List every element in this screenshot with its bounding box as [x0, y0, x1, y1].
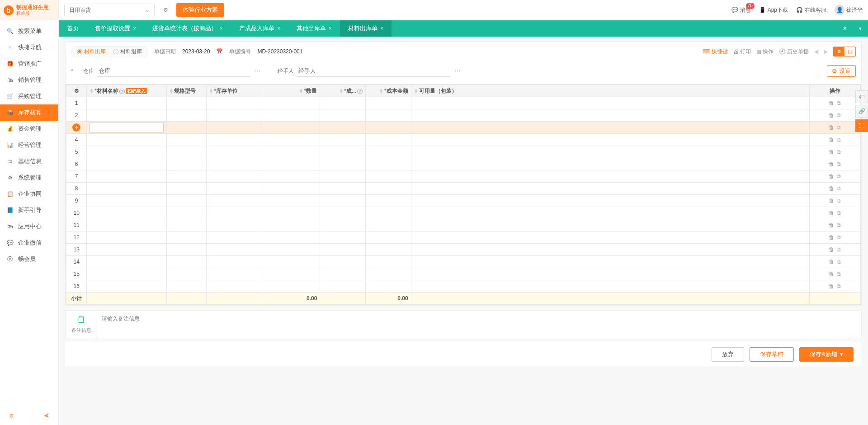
- tab-5[interactable]: 材料出库单×: [340, 20, 392, 37]
- table-row[interactable]: 6🗑⧉: [66, 158, 861, 170]
- industry-plan-button[interactable]: 体验行业方案: [176, 3, 224, 17]
- rail-link-button[interactable]: 🔗: [855, 105, 868, 118]
- table-row[interactable]: +🗑⧉: [66, 122, 861, 134]
- delete-icon[interactable]: 🗑: [829, 246, 834, 253]
- delete-icon[interactable]: 🗑: [829, 100, 834, 106]
- col-amount[interactable]: ▲▼*成本金额: [366, 85, 411, 97]
- rail-expand-button[interactable]: ⛶: [855, 119, 868, 132]
- handler-input[interactable]: [297, 65, 450, 77]
- tab-3[interactable]: 产成品入库单×: [231, 20, 288, 37]
- tab-2[interactable]: 进货单统计表（按商品）×: [144, 20, 231, 37]
- view-list-button[interactable]: ≡: [834, 47, 844, 56]
- handler-more-icon[interactable]: ⋯: [453, 68, 462, 74]
- ops-action[interactable]: ▦操作: [756, 48, 774, 56]
- sidebar-item-7[interactable]: 📊经营管理: [0, 137, 58, 153]
- close-icon[interactable]: ×: [277, 25, 280, 32]
- delete-icon[interactable]: 🗑: [829, 259, 834, 265]
- table-row[interactable]: 11🗑⧉: [66, 219, 861, 231]
- radio-material-out[interactable]: 材料出库: [77, 48, 106, 56]
- rail-tag-button[interactable]: 🏷: [855, 90, 868, 103]
- copy-icon[interactable]: ⧉: [837, 271, 841, 277]
- delete-icon[interactable]: 🗑: [829, 173, 834, 179]
- save-draft-button[interactable]: 保存草稿: [750, 347, 794, 362]
- next-arrow-icon[interactable]: ▶: [824, 48, 828, 55]
- copy-icon[interactable]: ⧉: [837, 173, 841, 179]
- discard-button[interactable]: 放弃: [712, 347, 744, 362]
- delete-icon[interactable]: 🗑: [829, 161, 834, 167]
- delete-icon[interactable]: 🗑: [829, 124, 834, 131]
- table-row[interactable]: 14🗑⧉: [66, 256, 861, 268]
- close-icon[interactable]: ×: [133, 25, 136, 32]
- copy-icon[interactable]: ⧉: [837, 234, 841, 241]
- sidebar-item-8[interactable]: 🗂基础信息: [0, 153, 58, 170]
- col-spec[interactable]: ▲▼规格型号: [166, 85, 206, 97]
- delete-icon[interactable]: 🗑: [829, 222, 834, 228]
- doc-date-value[interactable]: 2023-03-20: [182, 48, 210, 55]
- tab-4[interactable]: 其他出库单×: [288, 20, 340, 37]
- material-name-input[interactable]: [90, 123, 163, 132]
- delete-icon[interactable]: 🗑: [829, 185, 834, 192]
- sidebar-item-10[interactable]: 📋企业协同: [0, 186, 58, 202]
- copy-icon[interactable]: ⧉: [837, 246, 841, 253]
- delete-icon[interactable]: 🗑: [829, 137, 834, 143]
- table-row[interactable]: 8🗑⧉: [66, 183, 861, 195]
- table-row[interactable]: 7🗑⧉: [66, 170, 861, 183]
- history-action[interactable]: 🕘历史单据: [779, 48, 809, 56]
- user-menu[interactable]: 👤 徐泽华: [835, 5, 863, 15]
- copy-icon[interactable]: ⧉: [837, 112, 841, 118]
- sidebar-item-6[interactable]: 💰资金管理: [0, 121, 58, 137]
- view-card-button[interactable]: ▤: [844, 47, 855, 56]
- warehouse-more-icon[interactable]: ⋯: [253, 68, 262, 74]
- table-row[interactable]: 2🗑⧉: [66, 109, 861, 122]
- sidebar-item-11[interactable]: 📘新手引导: [0, 202, 58, 218]
- print-action[interactable]: 🖨打印: [733, 48, 751, 56]
- table-row[interactable]: 1🗑⧉: [66, 97, 861, 109]
- collapse-icon[interactable]: ⮜: [44, 413, 49, 419]
- copy-icon[interactable]: ⧉: [837, 222, 841, 228]
- table-row[interactable]: 12🗑⧉: [66, 231, 861, 244]
- copy-icon[interactable]: ⧉: [837, 100, 841, 106]
- radio-material-return[interactable]: 材料退库: [113, 48, 142, 56]
- sidebar-item-4[interactable]: 🛒采购管理: [0, 88, 58, 104]
- delete-icon[interactable]: 🗑: [829, 210, 834, 216]
- col-qty[interactable]: ▲▼*数量: [263, 85, 320, 97]
- copy-icon[interactable]: ⧉: [837, 161, 841, 167]
- tab-1[interactable]: 售价提取设置×: [87, 20, 144, 37]
- category-settings-icon[interactable]: ⚙: [159, 4, 172, 16]
- table-row[interactable]: 4🗑⧉: [66, 134, 861, 146]
- calendar-icon[interactable]: 📅: [216, 48, 223, 55]
- table-row[interactable]: 5🗑⧉: [66, 146, 861, 158]
- copy-icon[interactable]: ⧉: [837, 137, 841, 143]
- add-row-button[interactable]: +: [72, 123, 80, 132]
- support-link[interactable]: 🎧 在线客服: [796, 6, 826, 14]
- shortcut-action[interactable]: ⌨快捷键: [703, 48, 728, 56]
- col-settings[interactable]: ⚙: [66, 85, 87, 97]
- category-select[interactable]: 日用百货 ⌄: [64, 4, 155, 16]
- tab-0[interactable]: 首页: [59, 20, 87, 37]
- table-row[interactable]: 15🗑⧉: [66, 268, 861, 280]
- app-download-link[interactable]: 📱 App下载: [759, 6, 788, 14]
- tab-close-button[interactable]: ✕: [837, 25, 853, 32]
- scan-tag[interactable]: 扫码录入: [126, 88, 147, 94]
- col-cost[interactable]: ▲▼*成...?: [320, 85, 366, 97]
- settings-gear-icon[interactable]: ⚙: [9, 413, 14, 419]
- help-icon[interactable]: ?: [119, 89, 125, 94]
- col-unit[interactable]: ▲▼*库存单位: [206, 85, 263, 97]
- close-icon[interactable]: ×: [380, 25, 383, 32]
- sidebar-item-5[interactable]: 📦库存核算: [0, 104, 58, 121]
- help-icon[interactable]: ?: [357, 89, 363, 94]
- delete-icon[interactable]: 🗑: [829, 149, 834, 155]
- form-settings-button[interactable]: ⚙ 设置: [827, 65, 856, 77]
- prev-arrow-icon[interactable]: ◀: [814, 48, 818, 55]
- warehouse-input[interactable]: [97, 65, 250, 77]
- delete-icon[interactable]: 🗑: [829, 112, 834, 118]
- col-material-name[interactable]: ▲▼*材料名称?扫码录入: [87, 85, 166, 97]
- copy-icon[interactable]: ⧉: [837, 210, 841, 216]
- messages-link[interactable]: 💬 消息 70: [731, 6, 751, 14]
- copy-icon[interactable]: ⧉: [837, 283, 841, 289]
- table-row[interactable]: 16🗑⧉: [66, 280, 861, 293]
- copy-icon[interactable]: ⧉: [837, 259, 841, 265]
- sidebar-item-13[interactable]: 💬企业微信: [0, 235, 58, 251]
- sidebar-item-3[interactable]: 🛍销售管理: [0, 72, 58, 88]
- delete-icon[interactable]: 🗑: [829, 234, 834, 241]
